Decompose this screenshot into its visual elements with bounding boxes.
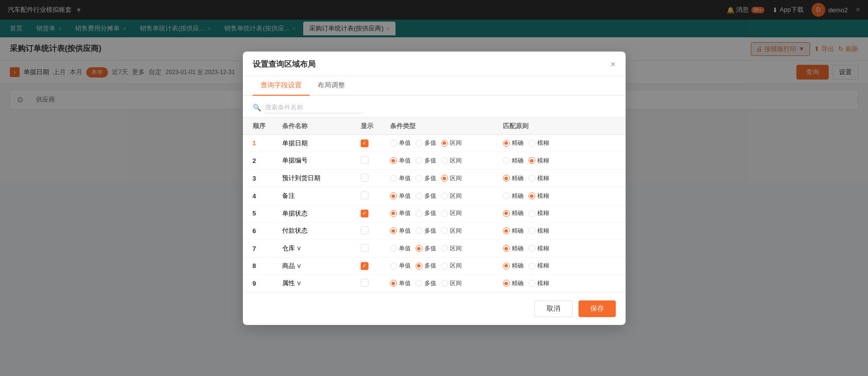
- row-display-3[interactable]: [361, 174, 390, 183]
- match-fuzzy-4[interactable]: 模糊: [528, 192, 549, 200]
- radio-multi-8[interactable]: [416, 263, 422, 269]
- type-range-7[interactable]: 区间: [441, 244, 462, 253]
- radio-range-5[interactable]: [441, 210, 448, 217]
- radio-exact-6[interactable]: [503, 227, 510, 234]
- type-range-2[interactable]: 区间: [441, 157, 462, 165]
- display-checkbox-5[interactable]: [361, 210, 368, 217]
- row-display-6[interactable]: [361, 226, 390, 236]
- type-single-4[interactable]: 单值: [390, 192, 411, 200]
- type-single-5[interactable]: 单值: [390, 209, 411, 217]
- save-button[interactable]: 保存: [579, 300, 616, 317]
- display-checkbox-4[interactable]: [361, 191, 368, 199]
- radio-multi-9[interactable]: [416, 280, 422, 287]
- radio-range-6[interactable]: [441, 227, 448, 234]
- match-fuzzy-2[interactable]: 模糊: [528, 157, 549, 165]
- display-checkbox-3[interactable]: [361, 174, 368, 182]
- type-single-6[interactable]: 单值: [390, 227, 411, 235]
- type-single-9[interactable]: 单值: [390, 279, 411, 288]
- type-range-4[interactable]: 区间: [441, 192, 462, 200]
- display-checkbox-2[interactable]: [361, 156, 368, 164]
- row-display-7[interactable]: [361, 244, 390, 253]
- radio-range-7[interactable]: [441, 245, 448, 252]
- type-range-8[interactable]: 区间: [441, 262, 462, 270]
- match-fuzzy-5[interactable]: 模糊: [528, 209, 549, 217]
- type-multi-5[interactable]: 多值: [416, 209, 436, 217]
- radio-exact-5[interactable]: [503, 210, 510, 217]
- display-checkbox-8[interactable]: [361, 262, 368, 270]
- type-single-3[interactable]: 单值: [390, 174, 411, 183]
- radio-fuzzy-2[interactable]: [528, 157, 535, 164]
- radio-exact-7[interactable]: [503, 245, 510, 252]
- cancel-button[interactable]: 取消: [534, 300, 573, 317]
- type-range-5[interactable]: 区间: [441, 209, 462, 217]
- match-exact-8[interactable]: 精确: [503, 262, 524, 270]
- match-exact-7[interactable]: 精确: [503, 244, 524, 253]
- radio-fuzzy-9[interactable]: [528, 280, 535, 287]
- row-display-4[interactable]: [361, 191, 390, 201]
- type-multi-9[interactable]: 多值: [416, 279, 436, 288]
- radio-single-7[interactable]: [390, 245, 397, 252]
- type-multi-2[interactable]: 多值: [416, 157, 436, 165]
- radio-multi-6[interactable]: [416, 227, 422, 234]
- radio-single-6[interactable]: [390, 227, 397, 234]
- radio-range-4[interactable]: [441, 192, 448, 199]
- radio-multi-3[interactable]: [416, 175, 422, 182]
- type-range-1[interactable]: 区间: [441, 139, 462, 147]
- radio-multi-5[interactable]: [416, 210, 422, 217]
- row-display-1[interactable]: [361, 139, 390, 147]
- radio-single-5[interactable]: [390, 210, 397, 217]
- type-multi-3[interactable]: 多值: [416, 174, 436, 183]
- radio-single-9[interactable]: [390, 280, 397, 287]
- type-range-9[interactable]: 区间: [441, 279, 462, 288]
- radio-range-2[interactable]: [441, 157, 448, 164]
- type-range-6[interactable]: 区间: [441, 227, 462, 235]
- match-fuzzy-9[interactable]: 模糊: [528, 279, 549, 288]
- radio-single-1[interactable]: [390, 140, 397, 147]
- type-single-1[interactable]: 单值: [390, 139, 411, 147]
- display-checkbox-6[interactable]: [361, 226, 368, 234]
- radio-exact-9[interactable]: [503, 280, 510, 287]
- type-single-7[interactable]: 单值: [390, 244, 411, 253]
- radio-exact-8[interactable]: [503, 263, 510, 269]
- match-fuzzy-8[interactable]: 模糊: [528, 262, 549, 270]
- type-single-2[interactable]: 单值: [390, 157, 411, 165]
- radio-single-2[interactable]: [390, 157, 397, 164]
- dialog-tab-fields[interactable]: 查询字段设置: [253, 76, 310, 96]
- radio-single-3[interactable]: [390, 175, 397, 182]
- match-fuzzy-6[interactable]: 模糊: [528, 227, 549, 235]
- radio-single-4[interactable]: [390, 192, 397, 199]
- display-checkbox-1[interactable]: [361, 139, 368, 147]
- match-fuzzy-3[interactable]: 模糊: [528, 174, 549, 183]
- radio-multi-1[interactable]: [416, 140, 422, 147]
- radio-range-3[interactable]: [441, 175, 448, 182]
- radio-fuzzy-7[interactable]: [528, 245, 535, 252]
- radio-exact-4[interactable]: [503, 192, 510, 199]
- match-exact-1[interactable]: 精确: [503, 139, 524, 147]
- dialog-search-input[interactable]: [265, 102, 363, 113]
- match-exact-5[interactable]: 精确: [503, 209, 524, 217]
- radio-fuzzy-4[interactable]: [528, 192, 535, 199]
- match-fuzzy-1[interactable]: 模糊: [528, 139, 549, 147]
- radio-exact-2[interactable]: [503, 157, 510, 164]
- row-display-9[interactable]: [361, 279, 390, 288]
- dialog-close-button[interactable]: ×: [610, 59, 616, 76]
- type-multi-7[interactable]: 多值: [416, 244, 436, 253]
- match-exact-4[interactable]: 精确: [503, 192, 524, 200]
- radio-fuzzy-3[interactable]: [528, 175, 535, 182]
- match-fuzzy-7[interactable]: 模糊: [528, 244, 549, 253]
- radio-range-8[interactable]: [441, 263, 448, 269]
- row-display-8[interactable]: [361, 262, 390, 270]
- radio-range-9[interactable]: [441, 280, 448, 287]
- radio-range-1[interactable]: [441, 140, 448, 147]
- match-exact-9[interactable]: 精确: [503, 279, 524, 288]
- match-exact-2[interactable]: 精确: [503, 157, 524, 165]
- radio-single-8[interactable]: [390, 263, 397, 269]
- display-checkbox-7[interactable]: [361, 244, 368, 252]
- dialog-tab-layout[interactable]: 布局调整: [310, 76, 353, 96]
- type-range-3[interactable]: 区间: [441, 174, 462, 183]
- type-single-8[interactable]: 单值: [390, 262, 411, 270]
- radio-multi-2[interactable]: [416, 157, 422, 164]
- radio-fuzzy-8[interactable]: [528, 263, 535, 269]
- display-checkbox-9[interactable]: [361, 279, 368, 287]
- match-exact-6[interactable]: 精确: [503, 227, 524, 235]
